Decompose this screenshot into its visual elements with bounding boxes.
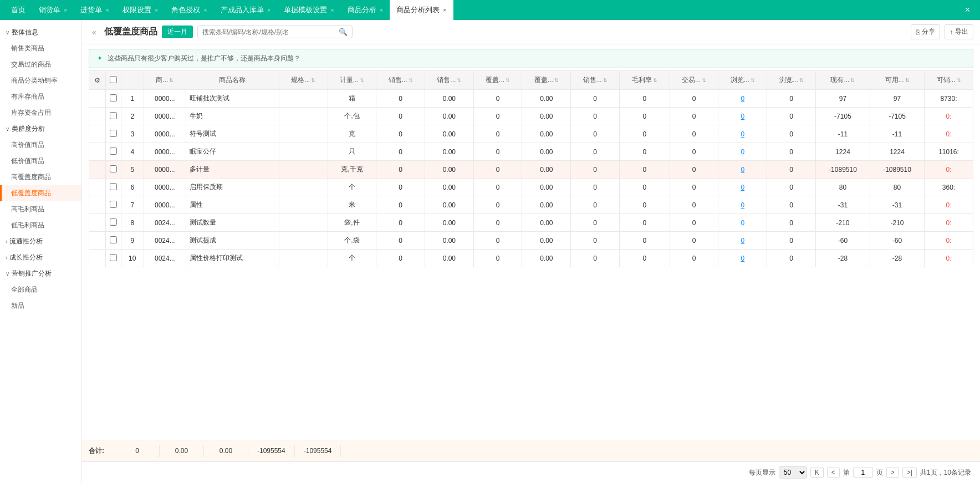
nav-product-analysis[interactable]: 商品分析 ×	[341, 0, 390, 20]
current-page-input[interactable]	[853, 467, 873, 478]
nav-template-settings[interactable]: 单据模板设置 ×	[277, 0, 340, 20]
browse1-cell[interactable]: 0	[718, 90, 767, 108]
close-icon[interactable]: ×	[155, 7, 158, 13]
window-close-button[interactable]: ×	[959, 5, 976, 15]
select-all-checkbox[interactable]	[110, 76, 117, 83]
period-button[interactable]: 近一月	[162, 26, 193, 38]
row-checkbox[interactable]	[110, 165, 117, 172]
sidebar-section-overall[interactable]: ∨ 整体信息	[0, 24, 81, 40]
row-checkbox[interactable]	[110, 148, 117, 155]
cover1-column-header[interactable]: 覆盖...⇅	[473, 71, 522, 90]
row-checkbox[interactable]	[110, 218, 117, 226]
current-column-header[interactable]: 现有...⇅	[815, 71, 870, 90]
checkbox-cell[interactable]	[106, 232, 121, 250]
checkbox-cell[interactable]	[106, 179, 121, 196]
first-page-button[interactable]: K	[810, 467, 824, 478]
search-input[interactable]	[202, 28, 339, 36]
sidebar-section-growth[interactable]: › 成长性分析	[0, 250, 81, 266]
sales-amt-column-header[interactable]: 销售...⇅	[425, 71, 474, 90]
sellable-column-header[interactable]: 可销...⇅	[925, 71, 973, 90]
browse1-cell[interactable]: 0	[718, 125, 767, 143]
row-checkbox[interactable]	[110, 94, 117, 101]
sidebar-item-low-margin[interactable]: 低毛利商品	[0, 217, 81, 233]
sales-qty-column-header[interactable]: 销售...⇅	[376, 71, 425, 90]
browse1-cell[interactable]: 0	[718, 232, 767, 250]
row-checkbox[interactable]	[110, 254, 117, 261]
settings-column-header[interactable]: ⚙	[89, 71, 106, 90]
checkbox-cell[interactable]	[106, 196, 121, 214]
checkbox-cell[interactable]	[106, 161, 121, 179]
close-icon[interactable]: ×	[330, 7, 334, 13]
browse1-cell[interactable]: 0	[718, 161, 767, 179]
checkbox-cell[interactable]	[106, 214, 121, 232]
row-checkbox[interactable]	[110, 201, 117, 208]
nav-product-analysis-list[interactable]: 商品分析列表 ×	[390, 0, 453, 20]
sidebar-section-group-analysis[interactable]: ∨ 类群度分析	[0, 121, 81, 137]
nav-purchase-order[interactable]: 进货单 ×	[74, 0, 115, 20]
sidebar-section-circulation[interactable]: › 流通性分析	[0, 233, 81, 250]
nav-permission-settings[interactable]: 权限设置 ×	[116, 0, 165, 20]
sidebar-item-traded-products[interactable]: 交易过的商品	[0, 57, 81, 73]
gross-column-header[interactable]: 毛利率⇅	[619, 71, 670, 90]
nav-sales-order[interactable]: 销货单 ×	[32, 0, 74, 20]
cover2-column-header[interactable]: 覆盖...⇅	[522, 71, 571, 90]
close-icon[interactable]: ×	[64, 7, 67, 13]
browse2-column-header[interactable]: 浏览...⇅	[767, 71, 816, 90]
browse1-column-header[interactable]: 浏览...⇅	[718, 71, 767, 90]
sidebar-item-high-value[interactable]: 高价值商品	[0, 137, 81, 153]
export-button[interactable]: ↑ 导出	[945, 24, 973, 39]
checkbox-cell[interactable]	[106, 108, 121, 125]
checkbox-cell[interactable]	[106, 125, 121, 143]
nav-product-storage[interactable]: 产成品入库单 ×	[214, 0, 277, 20]
sidebar-item-all-products[interactable]: 全部商品	[0, 282, 81, 298]
last-page-button[interactable]: >|	[902, 467, 917, 478]
name-column-header[interactable]: 商品名称	[186, 71, 279, 90]
next-page-button[interactable]: >	[886, 467, 899, 478]
spec-column-header[interactable]: 规格...⇅	[279, 71, 328, 90]
checkbox-cell[interactable]	[106, 143, 121, 161]
sidebar-item-high-coverage[interactable]: 高覆盖度商品	[0, 169, 81, 185]
share-button[interactable]: ⎘ 分享	[911, 24, 940, 39]
trans-column-header[interactable]: 交易...⇅	[670, 71, 718, 90]
sales2-column-header[interactable]: 销售...⇅	[571, 71, 620, 90]
sidebar-item-inventory-capital[interactable]: 库存资金占用	[0, 105, 81, 121]
nav-home[interactable]: 首页	[4, 0, 32, 20]
close-icon[interactable]: ×	[203, 7, 207, 13]
code-column-header[interactable]: 商...⇅	[144, 71, 186, 90]
sidebar-item-stocked-products[interactable]: 有库存商品	[0, 89, 81, 105]
sales-amt-cell: 0.00	[425, 196, 474, 214]
checkbox-cell[interactable]	[106, 250, 121, 267]
sidebar-item-high-margin[interactable]: 高毛利商品	[0, 201, 81, 217]
sidebar-item-new-products[interactable]: 新品	[0, 298, 81, 314]
sidebar-collapse-button[interactable]: «	[89, 27, 100, 38]
browse1-cell[interactable]: 0	[718, 179, 767, 196]
close-icon[interactable]: ×	[443, 7, 446, 13]
code-cell: 0000...	[144, 143, 186, 161]
unit-column-header[interactable]: 计量...⇅	[328, 71, 376, 90]
browse1-cell[interactable]: 0	[718, 250, 767, 267]
row-checkbox[interactable]	[110, 236, 117, 243]
row-checkbox[interactable]	[110, 183, 117, 190]
browse1-cell[interactable]: 0	[718, 143, 767, 161]
close-icon[interactable]: ×	[380, 7, 383, 13]
checkbox-column-header[interactable]	[106, 71, 121, 90]
sales2-cell: 0	[571, 143, 620, 161]
close-icon[interactable]: ×	[105, 7, 109, 13]
sidebar-item-low-value[interactable]: 低价值商品	[0, 153, 81, 169]
browse1-cell[interactable]: 0	[718, 214, 767, 232]
close-icon[interactable]: ×	[267, 7, 270, 13]
sidebar-item-sales-products[interactable]: 销售类商品	[0, 40, 81, 57]
prev-page-button[interactable]: <	[827, 467, 840, 478]
nav-role-auth[interactable]: 角色授权 ×	[165, 0, 213, 20]
browse1-cell[interactable]: 0	[718, 196, 767, 214]
checkbox-cell[interactable]	[106, 90, 121, 108]
sidebar-item-low-coverage[interactable]: 低覆盖度商品	[0, 185, 81, 201]
cover1-cell: 0	[473, 232, 522, 250]
browse1-cell[interactable]: 0	[718, 108, 767, 125]
row-checkbox[interactable]	[110, 130, 117, 137]
per-page-select[interactable]: 50 100 200	[779, 466, 807, 479]
avail-column-header[interactable]: 可用...⇅	[870, 71, 925, 90]
sidebar-section-marketing[interactable]: ∨ 营销推广分析	[0, 266, 81, 282]
sidebar-item-category-rate[interactable]: 商品分类动销率	[0, 73, 81, 89]
row-checkbox[interactable]	[110, 112, 117, 119]
